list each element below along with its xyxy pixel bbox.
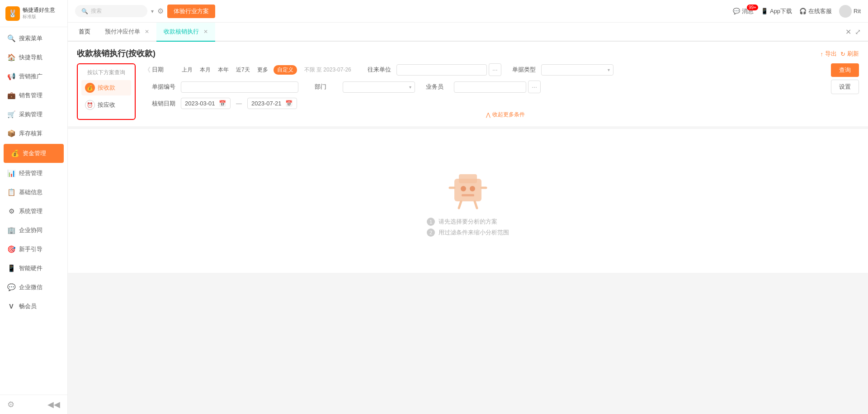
sidebar-item-hardware[interactable]: 📱 智能硬件 — [0, 259, 67, 278]
filter-option-by-receipt[interactable]: 💰 按收款 — [81, 80, 131, 95]
sidebar-item-finance[interactable]: 💰 资金管理 — [4, 144, 64, 163]
tip1-text: 请先选择要分析的方案 — [439, 218, 497, 226]
sidebar-label-basic-info: 基础信息 — [19, 188, 42, 196]
receivable-icon: ⏰ — [85, 100, 95, 110]
voucher-type-label: 单据类型 — [512, 66, 536, 74]
verif-date-to-value: 2023-07-21 — [251, 100, 282, 107]
logo-area: 🐰 畅捷通好生意 标准版 — [0, 0, 67, 27]
expand-filter-btn[interactable]: ⋀ 收起更多条件 — [486, 111, 525, 119]
filter-option-by-receivable[interactable]: ⏰ 按应收 — [81, 97, 131, 113]
staff-input[interactable] — [454, 81, 526, 93]
calendar-icon: 📅 — [219, 100, 226, 107]
sidebar: 🐰 畅捷通好生意 标准版 🔍 搜索菜单 🏠 快捷导航 📢 营销推广 💼 销售管理… — [0, 0, 68, 414]
sidebar-label-search: 搜索菜单 — [19, 34, 42, 43]
page-title: 收款核销执行(按收款) — [77, 48, 156, 59]
avatar — [839, 5, 852, 18]
dropdown-chevron-icon[interactable]: ▾ — [151, 8, 154, 14]
online-service-btn[interactable]: 🎧 在线客服 — [799, 7, 832, 15]
tab-prepay-close[interactable]: ✕ — [145, 29, 149, 35]
tab-prepay[interactable]: 预付冲应付单 ✕ — [98, 23, 156, 42]
tab-bar: 首页 预付冲应付单 ✕ 收款核销执行 ✕ ✕ ⤢ — [68, 23, 868, 42]
sidebar-label-quick-nav: 快捷导航 — [19, 53, 42, 62]
industry-btn[interactable]: 体验行业方案 — [167, 5, 215, 18]
filter-option-receivable-label: 按应收 — [98, 101, 115, 109]
tab-receipts-close[interactable]: ✕ — [203, 29, 208, 35]
refresh-btn[interactable]: ↻ 刷新 — [840, 50, 859, 58]
export-icon: ↑ — [821, 51, 824, 57]
gear-icon[interactable]: ⚙ — [157, 7, 164, 15]
date-tab-7days[interactable]: 近7天 — [234, 65, 252, 75]
verif-date-from-group: 2023-03-01 📅 — [181, 98, 231, 109]
date-tab-custom[interactable]: 自定义 — [274, 65, 297, 75]
query-btn[interactable]: 查询 — [831, 63, 859, 77]
verif-date-from-input[interactable]: 2023-03-01 📅 — [181, 98, 231, 109]
sidebar-item-inventory[interactable]: 📦 库存核算 — [0, 124, 67, 143]
verif-date-label: 核销日期 — [152, 100, 175, 108]
empty-tip-2: 2 用过滤条件来缩小分析范围 — [427, 228, 509, 237]
dept-select-wrapper — [343, 81, 415, 93]
app-download-btn[interactable]: 📱 App下载 — [761, 7, 792, 15]
date-tab-more[interactable]: 更多 — [255, 65, 270, 75]
svg-line-7 — [459, 201, 461, 208]
sidebar-label-finance: 资金管理 — [23, 149, 46, 157]
staff-input-group: ··· — [454, 81, 541, 93]
user-profile[interactable]: Rit — [839, 5, 861, 18]
filter-option-receipt-label: 按收款 — [98, 84, 115, 92]
tab-bar-controls: ✕ ⤢ — [845, 28, 864, 36]
date-tab-this-month[interactable]: 本月 — [198, 65, 212, 75]
date-tab-this-year[interactable]: 本年 — [216, 65, 231, 75]
counterparty-dots-btn[interactable]: ··· — [489, 63, 501, 76]
voucher-type-select-wrapper — [541, 64, 613, 76]
message-btn[interactable]: 💬 消息 99+ — [733, 7, 754, 15]
sidebar-label-wechat: 企业微信 — [19, 283, 42, 291]
setting-btn[interactable]: 设置 — [831, 80, 859, 94]
counterparty-input-group: ··· — [396, 63, 501, 76]
search-icon: 🔍 — [7, 34, 15, 43]
voucher-type-select[interactable] — [541, 64, 613, 76]
sidebar-item-member[interactable]: V 畅会员 — [0, 297, 67, 316]
empty-illustration — [445, 165, 491, 210]
mobile-icon: 📱 — [761, 8, 768, 14]
sidebar-item-marketing[interactable]: 📢 营销推广 — [0, 67, 67, 86]
sidebar-label-sales: 销售管理 — [19, 91, 42, 100]
sidebar-item-enterprise[interactable]: 🏢 企业协同 — [0, 221, 67, 240]
sidebar-item-guide[interactable]: 🎯 新手引导 — [0, 240, 67, 259]
staff-dots-btn[interactable]: ··· — [528, 81, 541, 93]
verif-date-to-input[interactable]: 2023-07-21 📅 — [247, 98, 297, 109]
sidebar-item-basic-info[interactable]: 📋 基础信息 — [0, 183, 67, 202]
sidebar-item-search[interactable]: 🔍 搜索菜单 — [0, 29, 67, 48]
tab-receipts[interactable]: 收款核销执行 ✕ — [156, 23, 215, 42]
sidebar-item-system[interactable]: ⚙ 系统管理 — [0, 202, 67, 221]
sidebar-item-quick-nav[interactable]: 🏠 快捷导航 — [0, 48, 67, 67]
tab-home-label: 首页 — [79, 28, 90, 36]
voucher-no-input[interactable] — [181, 81, 298, 93]
dept-select[interactable] — [343, 81, 415, 93]
tab-home[interactable]: 首页 — [71, 23, 98, 42]
svg-point-2 — [461, 186, 466, 191]
empty-state: 1 请先选择要分析的方案 2 用过滤条件来缩小分析范围 — [68, 129, 868, 273]
date-tab-last-month[interactable]: 上月 — [180, 65, 194, 75]
tab-expand-icon[interactable]: ⤢ — [855, 28, 861, 36]
management-icon: 📊 — [7, 169, 15, 177]
sidebar-item-wechat[interactable]: 💬 企业微信 — [0, 278, 67, 297]
filter-scheme-panel: 按以下方案查询 💰 按收款 ⏰ 按应收 — [77, 63, 136, 120]
collapse-sidebar-icon[interactable]: ◀◀ — [47, 400, 60, 409]
global-search[interactable]: 🔍 搜索 — [75, 5, 147, 17]
tip2-num: 2 — [427, 228, 435, 237]
tab-close-all-icon[interactable]: ✕ — [845, 28, 851, 36]
svg-rect-1 — [459, 174, 477, 183]
sidebar-item-purchase[interactable]: 🛒 采购管理 — [0, 105, 67, 124]
app-download-label: App下载 — [770, 7, 792, 15]
refresh-label: 刷新 — [847, 50, 859, 58]
empty-tips-container: 1 请先选择要分析的方案 2 用过滤条件来缩小分析范围 — [427, 218, 509, 237]
sidebar-item-management[interactable]: 📊 经营管理 — [0, 164, 67, 183]
online-service-label: 在线客服 — [808, 7, 832, 15]
page-header: 收款核销执行(按收款) ↑ 导出 ↻ 刷新 — [68, 42, 868, 59]
counterparty-input[interactable] — [396, 64, 487, 76]
collapse-filter-btn[interactable]: 《 — [143, 66, 152, 74]
export-btn[interactable]: ↑ 导出 — [821, 50, 837, 58]
tab-prepay-label: 预付冲应付单 — [105, 28, 140, 36]
verif-date-row: 核销日期 2023-03-01 📅 — 2023-07-21 — [152, 98, 826, 109]
settings-icon[interactable]: ⚙ — [7, 400, 14, 409]
sidebar-item-sales[interactable]: 💼 销售管理 — [0, 86, 67, 105]
